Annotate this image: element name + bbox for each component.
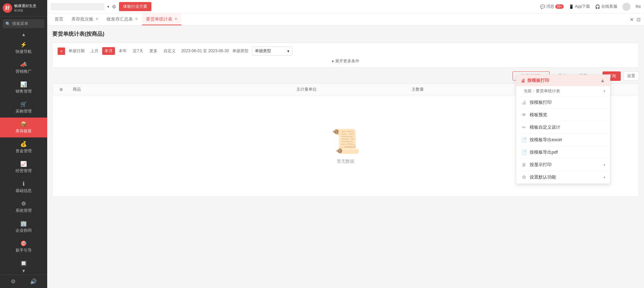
user-avatar[interactable]	[622, 3, 631, 11]
item-pdf-icon: 📄	[521, 150, 527, 155]
search-menu-button[interactable]: 🔍 搜索菜单	[3, 19, 45, 28]
order-type-select[interactable]: 单据类型 ▾	[252, 46, 292, 56]
filter-row-2: ▾ 展开更多条件	[58, 58, 634, 64]
sidebar-scroll-up[interactable]: ▲	[0, 31, 47, 38]
sidebar-item-purchase[interactable]: 🛒 采购管理	[0, 98, 47, 118]
dropdown-item-display-print[interactable]: 🖥 按显示打印 ▾	[516, 159, 610, 171]
col-unit: 主计量单位	[296, 87, 405, 92]
select-arrow-icon: ▾	[287, 49, 289, 54]
date-custom-btn[interactable]: 自定义	[161, 47, 178, 55]
date-current-month-btn[interactable]: 本月	[102, 47, 115, 55]
trial-industry-btn[interactable]: 体验行业方案	[119, 2, 151, 11]
app-name: 畅康通好生意	[14, 3, 36, 8]
empty-illustration-icon: 📜	[331, 127, 360, 155]
finance-icon: 💰	[20, 141, 27, 147]
dropdown-item-export-pdf[interactable]: 📄 按模板导出pdf	[516, 146, 610, 159]
main-area: ▾ ⚙ 体验行业方案 💬 消息 99+ 📱 App下载 🎧 在线客服 Rit 首…	[47, 0, 644, 288]
dropdown-close-btn[interactable]: ▲	[600, 77, 605, 84]
tab-home[interactable]: 首页	[51, 13, 67, 25]
purchase-icon: 🛒	[20, 101, 27, 107]
order-type-label: 单据类型	[232, 48, 248, 54]
expand-more-btn[interactable]: ▾ 展开更多条件	[332, 58, 359, 64]
column-settings-btn[interactable]: 设置	[623, 71, 639, 81]
app-center-icon: 🔲	[20, 260, 27, 266]
settings-bottom-btn[interactable]: ⚙	[11, 278, 16, 285]
system-icon: ⚙	[21, 200, 26, 207]
sidebar-item-quick-nav[interactable]: ⚡ 快捷导航	[0, 38, 47, 58]
date-current-year-btn[interactable]: 本年	[116, 47, 129, 55]
display-print-chevron: ▾	[604, 163, 605, 167]
topbar-gear-btn[interactable]: ⚙	[112, 4, 116, 9]
sales-icon: 📊	[20, 81, 27, 88]
tab-order-stat[interactable]: 要货单统计表 ✕	[142, 13, 181, 25]
page-title: 要货单统计表(按商品)	[52, 31, 639, 38]
default-func-chevron: ▾	[604, 175, 605, 179]
tab-receipt-close[interactable]: ✕	[135, 17, 138, 21]
headset-icon: 🎧	[595, 4, 600, 9]
sidebar-item-finance[interactable]: 💰 资金管理	[0, 137, 47, 157]
volume-btn[interactable]: 🔊	[30, 278, 37, 285]
date-last7-btn[interactable]: 近7天	[130, 47, 146, 55]
dropdown-header: 🖨 按模板打印 ▲	[516, 75, 610, 86]
logo-icon: 好	[3, 3, 12, 13]
dropdown-item-template-print[interactable]: 🖨 按模板打印	[516, 96, 610, 109]
topbar-dropdown-btn[interactable]: ▾	[107, 4, 109, 9]
print-dropdown-menu: 🖨 按模板打印 ▲ 当前：要货单统计表 ▾ 🖨 按模板打印 👁 模板预览 ✏ 模…	[516, 74, 610, 184]
sidebar-search-area: 🔍 搜索菜单	[0, 17, 47, 31]
tab-batch-close[interactable]: ✕	[95, 17, 98, 21]
sidebar-item-app-center[interactable]: 🔲 应用中心	[0, 257, 47, 267]
default-func-icon: ⚙	[521, 174, 527, 180]
dropdown-item-template-preview[interactable]: 👁 模板预览	[516, 109, 610, 121]
tab-close-all-btn[interactable]: ✕	[630, 17, 634, 22]
sidebar-item-operations[interactable]: 📈 经营管理	[0, 157, 47, 177]
date-more-btn[interactable]: 更多	[147, 47, 160, 55]
app-download-btn[interactable]: 📱 App下载	[569, 4, 590, 9]
tab-batch[interactable]: 库存批次账 ✕	[67, 13, 103, 25]
display-print-icon: 🖥	[521, 162, 527, 167]
settings-icon[interactable]: ⚙	[59, 87, 63, 92]
current-expand-icon: ▾	[604, 89, 605, 93]
printer-header-icon: 🖨	[521, 78, 525, 83]
tab-receipt[interactable]: 收发存汇总表 ✕	[103, 13, 142, 25]
item-design-icon: ✏	[521, 125, 527, 130]
dropdown-title: 🖨 按模板打印	[521, 77, 549, 84]
topbar-search-input[interactable]	[51, 3, 105, 10]
date-label: 单据日期	[68, 48, 85, 54]
tab-maximize-btn[interactable]: ⊡	[637, 17, 641, 22]
sidebar-item-enterprise[interactable]: 🏢 企业协同	[0, 217, 47, 237]
dropdown-item-default-func[interactable]: ⚙ 设置默认功能 ▾	[516, 171, 610, 184]
quick-nav-icon: ⚡	[20, 41, 27, 48]
sidebar-item-basic-info[interactable]: ℹ 基础信息	[0, 177, 47, 197]
date-range-display: 2023-06-01 至 2023-06-30	[181, 48, 229, 54]
empty-text: 暂无数据	[337, 158, 354, 164]
basic-info-icon: ℹ	[23, 181, 25, 187]
sidebar-item-marketing[interactable]: 📣 营销推广	[0, 58, 47, 78]
dropdown-item-template-design[interactable]: ✏ 模板自定义设计	[516, 121, 610, 134]
sidebar-bottom: ⚙ 🔊	[0, 275, 47, 288]
date-prev-month-btn[interactable]: 上月	[88, 47, 101, 55]
filter-bar: » 单据日期 上月 本月 本年 近7天 更多 自定义 2023-06-01 至 …	[52, 43, 639, 68]
sidebar: 好 畅康通好生意 标准版 🔍 搜索菜单 ▲ ⚡ 快捷导航 📣 营销推广 📊 销售…	[0, 0, 47, 288]
item-printer-icon: 🖨	[521, 100, 527, 105]
filter-expand-toggle[interactable]: »	[58, 47, 65, 55]
online-service-btn[interactable]: 🎧 在线客服	[595, 4, 617, 9]
tab-order-stat-close[interactable]: ✕	[174, 17, 177, 21]
sidebar-item-beginner[interactable]: 🎯 新手引导	[0, 237, 47, 257]
sidebar-item-inventory[interactable]: 📦 库存核算	[0, 118, 47, 137]
sidebar-item-system[interactable]: ⚙ 系统管理	[0, 197, 47, 217]
topbar: ▾ ⚙ 体验行业方案 💬 消息 99+ 📱 App下载 🎧 在线客服 Rit	[47, 0, 644, 13]
dropdown-item-export-excel[interactable]: 📄 按模板导出excel	[516, 134, 610, 146]
app-badge: 标准版	[14, 8, 36, 13]
col-product: 商品	[73, 87, 290, 92]
username-label: Rit	[636, 4, 641, 9]
sidebar-item-sales[interactable]: 📊 销售管理	[0, 78, 47, 98]
enterprise-icon: 🏢	[20, 220, 27, 227]
dropdown-current-template: 当前：要货单统计表 ▾	[516, 86, 610, 96]
sidebar-scroll-down[interactable]: ▼	[0, 267, 47, 275]
tab-bar: 首页 库存批次账 ✕ 收发存汇总表 ✕ 要货单统计表 ✕ ✕ ⊡	[47, 13, 644, 26]
operations-icon: 📈	[20, 161, 27, 167]
messages-btn[interactable]: 💬 消息 99+	[540, 4, 564, 9]
empty-state: 📜 暂无数据	[331, 127, 360, 164]
col-settings: ⚙	[56, 87, 66, 92]
filter-row-1: » 单据日期 上月 本月 本年 近7天 更多 自定义 2023-06-01 至 …	[58, 46, 634, 56]
